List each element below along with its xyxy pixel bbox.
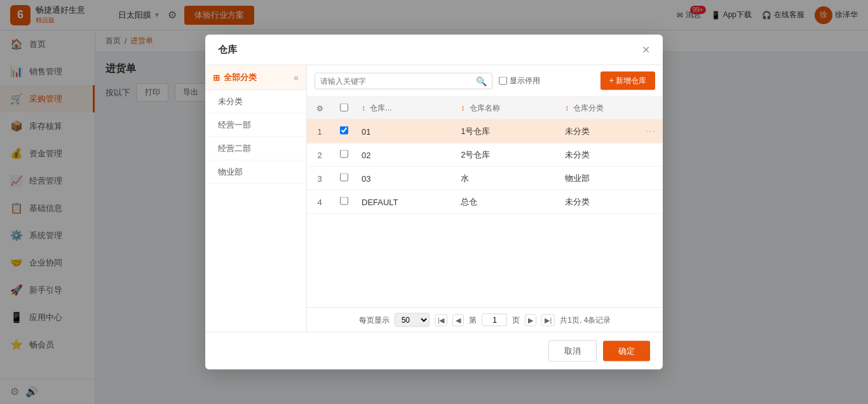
confirm-button[interactable]: 确定 (603, 341, 650, 361)
sort-icon2: ↕ (461, 104, 465, 112)
row-code: 01 (355, 119, 454, 143)
col-category: ↕ 仓库分类 (559, 97, 663, 120)
row-code: DEFAULT (355, 190, 454, 213)
table-row[interactable]: 2 02 2号仓库 未分类 (307, 143, 663, 166)
row-category: 未分类 (559, 143, 663, 166)
prev-page-btn[interactable]: ◀ (452, 314, 464, 326)
row-checkbox[interactable] (340, 197, 348, 205)
category-item-operations2[interactable]: 经营二部 (205, 137, 306, 161)
select-all-checkbox[interactable] (340, 103, 348, 111)
modal-footer: 取消 确定 (205, 332, 663, 370)
show-disabled-checkbox[interactable] (499, 77, 507, 85)
more-icon[interactable]: ··· (646, 126, 656, 135)
row-index: 2 (307, 143, 332, 166)
page-unit: 页 (512, 314, 520, 325)
table-header-row: ⚙ ↕ 仓库... ↕ 仓库名称 ↕ (307, 97, 663, 120)
page-label: 第 (469, 314, 477, 325)
row-checkbox-cell (332, 190, 355, 213)
search-icon[interactable]: 🔍 (476, 76, 487, 86)
row-category: 物业部 (559, 166, 663, 190)
modal-body: ⊞ 全部分类 « 未分类 经营一部 经营二部 物业部 (205, 65, 663, 332)
row-code: 03 (355, 166, 454, 190)
row-name: 总仓 (454, 190, 559, 213)
table-row[interactable]: 1 01 1号仓库 未分类 ··· (307, 119, 663, 143)
col-code: ↕ 仓库... (355, 97, 454, 120)
row-checkbox-cell (332, 166, 355, 190)
category-sidebar: ⊞ 全部分类 « 未分类 经营一部 经营二部 物业部 (205, 65, 307, 332)
row-checkbox-cell (332, 143, 355, 166)
first-page-btn[interactable]: |◀ (435, 314, 448, 326)
search-box[interactable]: 🔍 (315, 72, 492, 89)
table-row[interactable]: 4 DEFAULT 总仓 未分类 (307, 190, 663, 213)
row-checkbox[interactable] (340, 150, 348, 158)
row-name: 1号仓库 (454, 119, 559, 143)
row-checkbox[interactable] (340, 173, 348, 182)
col-name: ↕ 仓库名称 (454, 97, 559, 120)
modal-table: ⚙ ↕ 仓库... ↕ 仓库名称 ↕ (307, 97, 663, 307)
category-label-operations1: 经营一部 (218, 120, 251, 130)
warehouse-modal: 仓库 ✕ ⊞ 全部分类 « 未分类 经营一部 经营二部 物业部 (205, 35, 663, 370)
search-input[interactable] (320, 76, 476, 85)
row-name: 2号仓库 (454, 143, 559, 166)
per-page-select[interactable]: 50 100 200 (395, 313, 430, 327)
category-item-property[interactable]: 物业部 (205, 161, 306, 184)
category-label-property: 物业部 (218, 167, 243, 177)
sort-icon: ↕ (362, 104, 365, 112)
row-checkbox[interactable] (340, 126, 348, 135)
show-disabled-label[interactable]: 显示停用 (499, 76, 540, 86)
row-name: 水 (454, 166, 559, 190)
page-number-input[interactable] (482, 314, 507, 327)
modal-title: 仓库 (218, 44, 237, 56)
all-categories-btn[interactable]: ⊞ 全部分类 (213, 72, 257, 83)
sort-icon3: ↕ (565, 104, 569, 112)
table-row[interactable]: 3 03 水 物业部 (307, 166, 663, 190)
all-categories-label: 全部分类 (224, 72, 257, 83)
row-category: 未分类 (559, 190, 663, 213)
modal-toolbar: 🔍 显示停用 + 新增仓库 (307, 65, 663, 97)
row-index: 3 (307, 166, 332, 190)
modal-table-area: 🔍 显示停用 + 新增仓库 ⚙ ↕ 仓 (307, 65, 663, 332)
category-label-unclassified: 未分类 (218, 97, 243, 106)
add-warehouse-button[interactable]: + 新增仓库 (600, 72, 655, 90)
category-item-unclassified[interactable]: 未分类 (205, 90, 306, 114)
category-item-operations1[interactable]: 经营一部 (205, 114, 306, 137)
row-category: 未分类 ··· (559, 119, 663, 143)
category-label-operations2: 经营二部 (218, 144, 251, 153)
grid-icon: ⊞ (213, 72, 220, 82)
show-disabled-text: 显示停用 (510, 76, 540, 86)
col-settings-icon[interactable]: ⚙ (307, 97, 332, 120)
next-page-btn[interactable]: ▶ (525, 314, 536, 326)
collapse-icon[interactable]: « (294, 72, 299, 83)
category-header: ⊞ 全部分类 « (205, 65, 306, 90)
row-index: 4 (307, 190, 332, 213)
row-checkbox-cell (332, 119, 355, 143)
total-info: 共1页, 4条记录 (560, 314, 611, 325)
per-page-label: 每页显示 (359, 314, 390, 325)
cancel-button[interactable]: 取消 (548, 340, 597, 362)
modal-header: 仓库 ✕ (205, 35, 663, 65)
row-code: 02 (355, 143, 454, 166)
col-checkbox (332, 97, 355, 120)
warehouse-table: ⚙ ↕ 仓库... ↕ 仓库名称 ↕ (307, 97, 663, 214)
last-page-btn[interactable]: ▶| (541, 314, 555, 326)
close-icon[interactable]: ✕ (642, 44, 650, 56)
pagination: 每页显示 50 100 200 |◀ ◀ 第 页 ▶ ▶| 共1页, 4条记录 (307, 307, 663, 332)
row-index: 1 (307, 119, 332, 143)
